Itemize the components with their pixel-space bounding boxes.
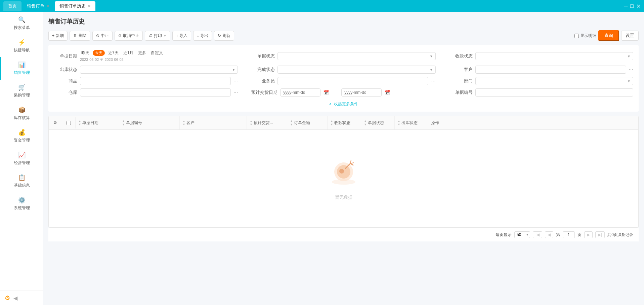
today-btn[interactable]: 今天 (93, 50, 105, 56)
department-select[interactable] (475, 77, 633, 85)
settings-button[interactable]: 设置 (621, 31, 639, 41)
page-size-wrapper: 50 10 20 100 (514, 231, 530, 238)
finance-icon: 💰 (18, 129, 26, 136)
cancel-stop-button[interactable]: ⊘ 取消中止 (115, 31, 143, 41)
page-size-select[interactable]: 50 10 20 100 (514, 231, 530, 238)
salesman-input[interactable] (277, 77, 428, 85)
order-status-select[interactable] (277, 52, 435, 60)
next-page-button[interactable]: ▶ (584, 231, 593, 238)
date-range-text: 2023-06-02 至 2023-06-02 (80, 58, 124, 62)
yesterday-btn[interactable]: 昨天 (80, 50, 91, 56)
page-size-label: 每页显示 (496, 232, 512, 238)
th-settings[interactable]: ⚙ (49, 117, 62, 128)
sidebar-item-purchase-mgmt[interactable]: 🛒 采购管理 (0, 80, 43, 102)
export-button[interactable]: ↓ 导出 (193, 31, 212, 41)
th-payment-status: ▲▼ 收款状态 (328, 116, 361, 129)
sidebar-item-finance[interactable]: 💰 资金管理 (0, 125, 43, 147)
select-all-checkbox[interactable] (67, 121, 71, 125)
sidebar-item-sales-mgmt[interactable]: 📊 销售管理 (0, 57, 43, 80)
complete-status-select-wrap (277, 66, 435, 74)
sort-delivery-icon[interactable]: ▲▼ (250, 119, 253, 126)
1month-btn[interactable]: 近1月 (122, 50, 135, 56)
custom-btn[interactable]: 自定义 (149, 50, 164, 56)
delivery-date-start-cal-icon[interactable]: 📅 (323, 90, 329, 95)
page-number-input[interactable] (563, 231, 575, 238)
th-date-label: 单据日期 (82, 120, 98, 126)
svg-line-7 (350, 163, 354, 163)
complete-status-select[interactable] (277, 66, 435, 74)
query-label: 查询 (604, 33, 613, 38)
collapse-row[interactable]: ∧ 收起更多条件 (54, 100, 633, 107)
close-sales-order-tab-icon[interactable]: ✕ (46, 4, 49, 8)
sidebar-item-sys-mgmt-label: 系统管理 (14, 205, 30, 211)
payment-status-select[interactable] (475, 52, 633, 60)
refresh-icon: ↻ (218, 33, 221, 38)
delivery-date-end-cal-icon[interactable]: 📅 (384, 90, 390, 95)
sidebar-settings-icon[interactable]: ⚙ (5, 294, 10, 302)
sidebar-item-search-menu[interactable]: 🔍 搜索菜单 (0, 12, 43, 35)
sidebar-item-base-info-label: 基础信息 (14, 183, 30, 188)
sidebar-item-search-menu-label: 搜索菜单 (14, 25, 30, 31)
close-history-tab-icon[interactable]: ✕ (88, 4, 91, 8)
prev-page-button[interactable]: ◀ (545, 231, 553, 238)
warehouse-picker-icon[interactable]: ··· (233, 89, 238, 96)
date-range-display: 2023-06-02 至 2023-06-02 (80, 57, 238, 62)
customer-input[interactable] (475, 66, 626, 74)
sidebar-item-inventory-label: 库存核算 (14, 115, 30, 121)
order-status-select-wrap (277, 52, 435, 60)
sidebar-item-quick-nav[interactable]: ⚡ 快捷导航 (0, 35, 43, 57)
delivery-date-end-input[interactable] (341, 88, 382, 97)
product-picker-icon[interactable]: ··· (233, 78, 238, 84)
sort-date-icon[interactable]: ▲▼ (78, 119, 81, 126)
sort-payment-icon[interactable]: ▲▼ (330, 119, 333, 126)
first-page-button[interactable]: |◀ (533, 231, 542, 238)
tab-sales-order-history[interactable]: 销售订单历史 ✕ (55, 1, 95, 11)
sidebar-item-sys-mgmt[interactable]: ⚙️ 系统管理 (0, 192, 43, 215)
import-button[interactable]: ↑ 导入 (172, 31, 191, 41)
sort-no-icon[interactable]: ▲▼ (122, 119, 125, 126)
7days-btn[interactable]: 近7天 (107, 50, 120, 56)
refresh-button[interactable]: ↻ 刷新 (214, 31, 234, 41)
minimize-icon[interactable]: ─ (624, 3, 628, 9)
print-icon: 🖨 (148, 33, 153, 38)
delivery-date-start-input[interactable] (280, 88, 320, 97)
display-cols-toggle[interactable]: 显示明细 (574, 33, 596, 39)
last-page-button[interactable]: ▶| (595, 231, 605, 238)
sidebar-item-inventory[interactable]: 📦 库存核算 (0, 102, 43, 125)
print-button[interactable]: 🖨 打印 ▼ (145, 31, 170, 41)
tab-sales-order[interactable]: 销售订单 ✕ (22, 1, 54, 11)
sort-status-icon[interactable]: ▲▼ (364, 119, 367, 126)
sidebar-item-base-info[interactable]: 📋 基础信息 (0, 170, 43, 192)
sort-customer-icon[interactable]: ▲▼ (182, 119, 185, 126)
top-bar: 首页 销售订单 ✕ 销售订单历史 ✕ ─ □ ✕ (0, 0, 644, 12)
warehouse-input[interactable] (80, 88, 231, 97)
sidebar-item-purchase-mgmt-label: 采购管理 (14, 92, 30, 98)
delete-button[interactable]: 🗑 删除 (70, 31, 90, 41)
filter-row-2: 出库状态 完成状态 (54, 66, 633, 74)
sort-amount-icon[interactable]: ▲▼ (290, 119, 293, 126)
payment-status-select-wrap (475, 52, 633, 60)
query-button[interactable]: 查询 (598, 30, 619, 41)
customer-picker-icon[interactable]: ··· (629, 67, 633, 73)
sidebar-collapse-icon[interactable]: ◀ (13, 295, 17, 301)
stop-button[interactable]: ⊘ 中止 (92, 31, 113, 41)
product-input[interactable] (80, 77, 231, 85)
tab-home[interactable]: 首页 (3, 1, 22, 11)
th-checkbox[interactable] (62, 117, 76, 128)
order-no-input[interactable] (475, 88, 633, 97)
display-cols-checkbox[interactable] (574, 34, 579, 38)
new-button[interactable]: + + 新增 新增 (48, 31, 68, 41)
out-status-select[interactable] (80, 66, 238, 74)
salesman-picker-icon[interactable]: ··· (431, 78, 435, 84)
maximize-icon[interactable]: □ (630, 3, 634, 9)
settings-label: 设置 (626, 33, 634, 38)
data-table: ⚙ ▲▼ 单据日期 ▲▼ 单据编号 ▲▼ 客户 ▲▼ (48, 116, 639, 228)
sort-out-icon[interactable]: ▲▼ (397, 119, 400, 126)
th-out-status: ▲▼ 出库状态 (395, 116, 428, 129)
close-window-icon[interactable]: ✕ (636, 3, 641, 9)
operations-icon: 📈 (18, 151, 26, 159)
department-select-wrap (475, 77, 633, 85)
product-label: 商品 (54, 78, 77, 84)
sidebar-item-operations[interactable]: 📈 经营管理 (0, 147, 43, 170)
more-btn[interactable]: 更多 (137, 50, 147, 56)
